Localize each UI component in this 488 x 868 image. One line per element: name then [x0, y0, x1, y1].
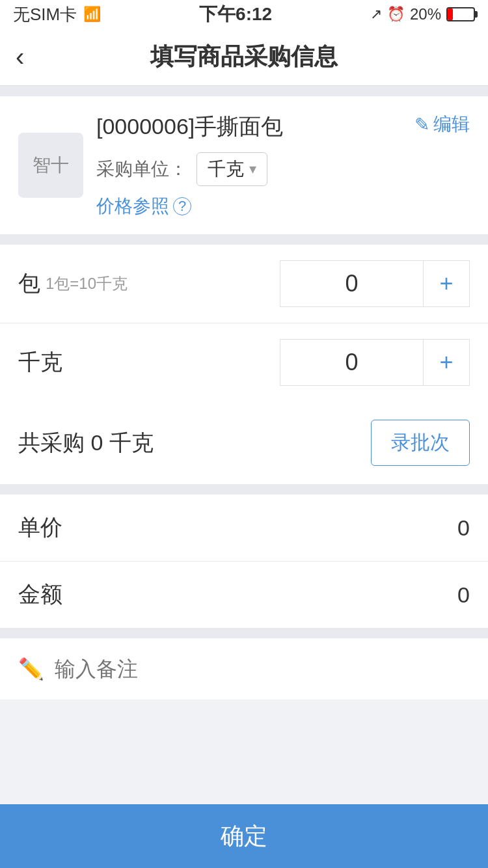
wifi-icon: 📶	[83, 6, 101, 23]
carrier-label: 无SIM卡	[13, 3, 77, 26]
unit-price-label: 单价	[18, 513, 62, 543]
unit-label: 采购单位：	[96, 157, 187, 182]
page-title: 填写商品采购信息	[150, 41, 338, 73]
edit-icon: ✎	[414, 114, 429, 135]
price-section: 单价 0 金额 0	[0, 495, 488, 628]
status-bar: 无SIM卡 📶 下午6:12 ↗ ⏰ 20%	[0, 0, 488, 29]
bao-quantity-input[interactable]	[280, 260, 423, 307]
product-right: ✎ 编辑	[414, 112, 470, 219]
confirm-button[interactable]: 确定	[0, 804, 488, 868]
quantity-section: 包 1包=10千克 + 千克 +	[0, 245, 488, 401]
status-left: 无SIM卡 📶	[13, 3, 101, 26]
edit-label: 编辑	[433, 112, 470, 137]
amount-value: 0	[457, 582, 470, 608]
battery-pct: 20%	[410, 5, 441, 23]
chevron-down-icon: ▾	[249, 161, 256, 178]
mid-divider-2	[0, 484, 488, 495]
amount-label: 金额	[18, 580, 62, 610]
price-ref-button[interactable]: 价格参照 ?	[96, 194, 401, 219]
unit-price-value: 0	[457, 515, 470, 541]
top-divider	[0, 86, 488, 96]
location-icon: ↗	[370, 6, 382, 23]
back-button[interactable]: ‹	[16, 42, 24, 72]
record-batch-button[interactable]: 录批次	[371, 420, 470, 466]
status-right: ↗ ⏰ 20%	[370, 5, 475, 23]
mid-divider-3	[0, 628, 488, 638]
bao-label: 包	[18, 269, 40, 299]
mid-divider-1	[0, 234, 488, 245]
nav-bar: ‹ 填写商品采购信息	[0, 29, 488, 86]
unit-price-row: 单价 0	[0, 495, 488, 562]
alarm-icon: ⏰	[387, 6, 405, 23]
kg-input-row: 千克 +	[0, 323, 488, 401]
product-card: 智十 [0000006]手撕面包 采购单位： 千克 ▾ 价格参照 ? ✎ 编辑	[0, 96, 488, 234]
product-name: [0000006]手撕面包	[96, 112, 401, 142]
battery-icon	[446, 7, 475, 21]
product-image: 智十	[18, 133, 83, 198]
unit-value: 千克	[208, 157, 244, 182]
bao-plus-button[interactable]: +	[423, 260, 470, 307]
kg-plus-button[interactable]: +	[423, 339, 470, 386]
confirm-label: 确定	[221, 821, 267, 852]
price-ref-help-icon: ?	[173, 197, 191, 215]
edit-button[interactable]: ✎ 编辑	[414, 112, 470, 137]
unit-selector[interactable]: 千克 ▾	[197, 152, 267, 186]
kg-quantity-input[interactable]	[280, 339, 423, 386]
amount-row: 金额 0	[0, 562, 488, 628]
price-ref-label: 价格参照	[96, 194, 169, 219]
kg-label: 千克	[18, 347, 62, 377]
bao-input-row: 包 1包=10千克 +	[0, 245, 488, 323]
kg-input-wrapper: +	[280, 339, 470, 386]
total-label: 共采购 0 千克	[18, 428, 154, 458]
product-unit-row: 采购单位： 千克 ▾	[96, 152, 401, 186]
total-row: 共采购 0 千克 录批次	[0, 401, 488, 484]
status-time: 下午6:12	[199, 2, 272, 27]
product-logo: 智十	[33, 153, 69, 178]
pencil-icon: ✏️	[18, 657, 44, 681]
note-section: ✏️	[0, 638, 488, 699]
bao-input-wrapper: +	[280, 260, 470, 307]
note-input[interactable]	[55, 657, 470, 681]
product-info: [0000006]手撕面包 采购单位： 千克 ▾ 价格参照 ?	[96, 112, 401, 219]
bao-sublabel: 1包=10千克	[46, 273, 128, 294]
